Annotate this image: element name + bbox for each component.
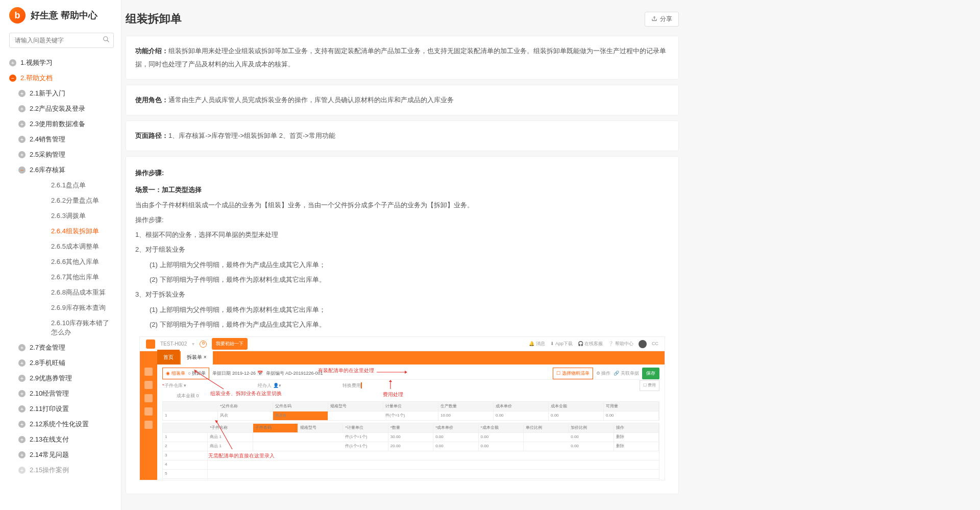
plus-icon: + [18, 421, 26, 428]
report-icon [144, 421, 153, 429]
plus-icon: + [18, 344, 26, 351]
search-input[interactable] [9, 33, 114, 48]
step2-1: (1) 上部明细为父件明细，最终作为产成品生成其它入库单； [135, 258, 669, 272]
role-card: 使用角色：通常由生产人员或库管人员完成拆装业务的操作，库管人员确认原材料的出库和… [126, 85, 679, 115]
scene-desc: 当由多个子件材料组装成一个成品的业务为【组装】业务，当由一个父件拆分成多个子产品… [135, 198, 669, 212]
plus-icon: + [18, 405, 26, 412]
share-button[interactable]: 分享 [645, 12, 679, 27]
shot-radio-group: ◉ 组装单○ 拆卸单 [162, 368, 209, 379]
plus-icon: + [18, 90, 26, 97]
gear-icon: ⚙ [200, 341, 207, 348]
nav-item-2-7[interactable]: +2.7资金管理 [18, 340, 114, 355]
path-text: 1、库存核算->库存管理->组装拆卸单 2、首页->常用功能 [168, 132, 335, 139]
shot-leftbar [140, 365, 157, 480]
intro-text: 组装拆卸单用来处理企业组装或拆卸等加工业务，支持有固定装配清单的产品加工业务，也… [135, 47, 666, 68]
annotation-2: 组装业务、拆卸业务在这里切换 [210, 388, 282, 399]
path-card: 页面路径：1、库存核算->库存管理->组装拆卸单 2、首页->常用功能 [126, 120, 679, 151]
minus-icon: − [9, 75, 16, 82]
nav-item-2-5[interactable]: +2.5采购管理 [18, 147, 114, 162]
search-icon[interactable] [103, 36, 110, 44]
plus-icon: + [18, 105, 26, 112]
plus-icon: + [18, 136, 26, 143]
nav-item-2-1[interactable]: +2.1新手入门 [18, 86, 114, 101]
avatar-icon [639, 340, 647, 348]
shot-tabs: 首页 拆装单 × [140, 351, 665, 365]
step1: 1、根据不同的业务，选择不同单据的类型来处理 [135, 228, 669, 241]
nav-leaf-261[interactable]: 2.6.1盘点单 [33, 178, 114, 193]
nav-leaf-265[interactable]: 2.6.5成本调整单 [33, 239, 114, 254]
shot-top-btn: 我要初始一下 [212, 338, 248, 350]
share-icon [651, 16, 657, 22]
intro-card: 功能介绍：组装拆卸单用来处理企业组装或拆卸等加工业务，支持有固定装配清单的产品加… [126, 36, 679, 80]
shot-tab-active: 拆装单 × [181, 350, 213, 365]
brand: b 好生意 帮助中心 [9, 7, 114, 23]
nav-leaf-267[interactable]: 2.6.7其他出库单 [33, 270, 114, 285]
plus-icon: + [18, 120, 26, 128]
steps-card: 操作步骤: 场景一：加工类型选择 当由多个子件材料组装成一个成品的业务为【组装】… [126, 156, 679, 494]
step3-2: (2) 下部明细为子件明细，最终作为产成品生成其它入库单。 [135, 318, 669, 331]
cart-icon [144, 394, 153, 402]
brand-logo-icon: b [9, 7, 26, 23]
nav-item-2-9[interactable]: +2.9优惠券管理 [18, 371, 114, 386]
ops-title: 操作步骤: [135, 213, 669, 227]
nav-leaf-2610[interactable]: 2.6.10库存账本错了怎么办 [33, 315, 114, 340]
annotation-3: 费用处理 [383, 389, 403, 400]
support-icon: 🎧 在线客服 [578, 339, 603, 349]
shot-parent-table: *父件名称父件条码规格型号计量单位生产数量成本单价成本金额可用量 1风衣风衣B件… [162, 401, 659, 421]
intro-label: 功能介绍： [135, 47, 168, 55]
shot-bom-box: ☐ 选择物料清单 [553, 368, 593, 379]
nav-leaf-266[interactable]: 2.6.6其他入库单 [33, 254, 114, 270]
plus-icon: + [18, 467, 26, 474]
step2: 2、对于组装业务 [135, 242, 669, 256]
role-label: 使用角色： [135, 96, 168, 104]
nav-item-2-14[interactable]: +2.14常见问题 [18, 447, 114, 463]
nav-item-2-15[interactable]: +2.15操作案例 [18, 463, 114, 478]
nav-leaf-263[interactable]: 2.6.3调拨单 [33, 208, 114, 224]
screenshot-figure: TEST-H002 ▾ ⚙ 我要初始一下 🔔 消息 ⬇ App下载 🎧 在线客服… [139, 336, 665, 480]
plus-icon: + [18, 359, 26, 367]
plus-icon: + [18, 451, 26, 458]
bell-icon: 🔔 消息 [529, 339, 545, 349]
nav-item-2-10[interactable]: +2.10经营管理 [18, 386, 114, 401]
nav-item-2-4[interactable]: +2.4销售管理 [18, 132, 114, 147]
shot-fee-btn: ☐ 费用 [640, 380, 659, 391]
nav-leaf-264[interactable]: 2.6.4组装拆卸单 [33, 224, 114, 239]
nav-item-docs[interactable]: −2.帮助文档 [9, 70, 114, 86]
step2-2: (2) 下部明细为子件明细，最终作为原材料生成其它出库单。 [135, 273, 669, 286]
nav-leaf-268[interactable]: 2.6.8商品成本重算 [33, 285, 114, 300]
shot-logo-icon [146, 339, 155, 349]
shot-top-label: TEST-H002 [160, 338, 187, 349]
nav-item-2-8[interactable]: +2.8手机旺铺 [18, 355, 114, 371]
minus-icon: − [18, 166, 26, 174]
plus-icon: + [18, 390, 26, 397]
plus-icon: + [18, 436, 26, 443]
home-icon [144, 368, 153, 376]
annotation-1: 有装配清单的在这里处理 [318, 365, 374, 376]
shot-row1: ◉ 组装单○ 拆卸单 单据日期 2019-12-26 📅 单据编号 AD-201… [162, 368, 659, 380]
shot-save-btn: 保存 [642, 368, 659, 379]
sidebar: b 好生意 帮助中心 +1.视频学习 −2.帮助文档 +2.1新手入门 +2.2… [0, 0, 121, 510]
grid-icon [144, 407, 153, 416]
download-icon: ⬇ App下载 [550, 339, 573, 349]
nav-item-video[interactable]: +1.视频学习 [9, 55, 114, 70]
plus-icon: + [18, 151, 26, 158]
nav-item-2-6[interactable]: −2.6库存核算 [18, 162, 114, 178]
help-icon: ❔ 帮助中心 [608, 339, 633, 349]
shot-fee-input [361, 382, 362, 388]
nav-item-2-13[interactable]: +2.13在线支付 [18, 432, 114, 447]
path-label: 页面路径： [135, 132, 168, 139]
nav-item-2-11[interactable]: +2.11打印设置 [18, 401, 114, 417]
nav-item-2-12[interactable]: +2.12系统个性化设置 [18, 417, 114, 432]
nav-leaf-269[interactable]: 2.6.9库存账本查询 [33, 300, 114, 315]
nav-item-2-3[interactable]: +2.3使用前数据准备 [18, 116, 114, 132]
nav-item-2-2[interactable]: +2.2产品安装及登录 [18, 101, 114, 116]
scene-title: 场景一：加工类型选择 [135, 183, 669, 197]
nav-leaf-262[interactable]: 2.6.2分量盘点单 [33, 193, 114, 208]
svg-point-0 [104, 37, 108, 41]
plus-icon: + [18, 375, 26, 382]
step3: 3、对于拆装业务 [135, 287, 669, 301]
box-icon [144, 381, 153, 389]
page-title: 组装拆卸单 [126, 11, 182, 27]
search-box [9, 33, 114, 48]
role-text: 通常由生产人员或库管人员完成拆装业务的操作，库管人员确认原材料的出库和产成品的入… [168, 96, 454, 104]
